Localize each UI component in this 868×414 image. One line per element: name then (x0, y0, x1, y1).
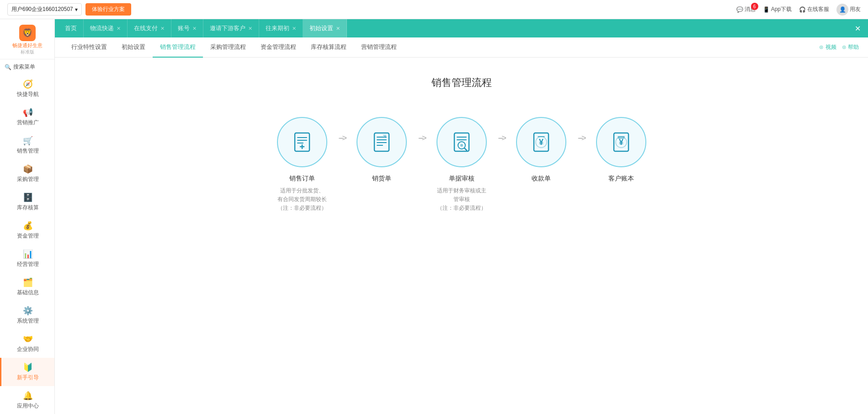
sidebar-item-system[interactable]: ⚙️ 系统管理 (0, 301, 54, 329)
sub-tab-初始设置[interactable]: 初始设置 (114, 37, 153, 58)
sidebar-item-basic[interactable]: 🗂️ 基础信息 (0, 273, 54, 301)
sidebar-item-operation[interactable]: 📊 经营管理 (0, 244, 54, 273)
sidebar-label-sales: 销售管理 (17, 147, 39, 155)
close-tab-icon[interactable]: ✕ (192, 26, 197, 32)
sidebar-logo: 🦁 畅捷通好生意 标准版 (0, 19, 54, 59)
nav-tab-label: 账号 (178, 24, 190, 32)
sidebar-label-apps: 应用中心 (17, 402, 39, 410)
user-avatar-area[interactable]: 👤 用友 (836, 4, 861, 16)
close-tab-icon[interactable]: ✕ (117, 26, 121, 32)
sub-tab-action-⊙ 帮助[interactable]: ⊙ 帮助 (842, 43, 859, 51)
search-icon: 🔍 (5, 64, 11, 70)
flow-item-receipt[interactable]: ¥ 收款单 (505, 117, 578, 186)
sidebar-icon-quick: 🧭 (23, 79, 33, 89)
sub-tab-营销管理流程[interactable]: 营销管理流程 (354, 37, 404, 58)
service-label: 在线客服 (807, 5, 829, 13)
sidebar: 🦁 畅捷通好生意 标准版 🔍 搜索菜单 🧭 快捷导航 📢 营销推广 🛒 销售管理… (0, 19, 55, 414)
nav-tabs: 首页物流快递✕在线支付✕账号✕邀请下游客户✕往来期初✕初始设置✕✕ (55, 19, 868, 37)
flow-circle-customer-account[interactable]: ¥ (596, 117, 646, 167)
flow-circle-sales-order[interactable] (277, 117, 327, 167)
flow-label-sales-order: 销售订单 (289, 175, 315, 183)
app-label: App下载 (771, 5, 792, 13)
nav-tab-首页[interactable]: 首页 (59, 19, 84, 37)
service-btn[interactable]: 🎧 在线客服 (799, 5, 829, 13)
sidebar-icon-apps: 🔔 (23, 391, 33, 401)
sidebar-label-purchase: 采购管理 (17, 175, 39, 183)
sidebar-item-finance[interactable]: 💰 资金管理 (0, 216, 54, 244)
message-icon: 💬 (736, 6, 743, 13)
sub-tab-行业特性设置[interactable]: 行业特性设置 (64, 37, 114, 58)
flow-circle-sales-bill[interactable] (357, 117, 407, 167)
sidebar-icon-operation: 📊 (23, 249, 33, 259)
page-title: 销售管理流程 (64, 76, 859, 90)
sub-tab-采购管理流程[interactable]: 采购管理流程 (203, 37, 253, 58)
sidebar-item-cooperation[interactable]: 🤝 企业协同 (0, 329, 54, 358)
svg-point-15 (460, 144, 463, 147)
sidebar-item-inventory[interactable]: 🗄️ 库存核算 (0, 188, 54, 216)
flow-circle-receipt[interactable]: ¥ (516, 117, 566, 167)
headset-icon: 🎧 (799, 6, 806, 13)
flow-item-customer-account[interactable]: ¥ 客户账本 (585, 117, 658, 186)
sidebar-icon-finance: 💰 (23, 221, 33, 231)
nav-tab-邀请下游客户[interactable]: 邀请下游客户✕ (203, 19, 259, 37)
sidebar-label-basic: 基础信息 (17, 289, 39, 297)
logo-image: 🦁 (19, 25, 36, 41)
nav-tab-label: 物流快递 (90, 24, 114, 32)
sidebar-icon-marketing: 📢 (23, 107, 33, 117)
app-download-btn[interactable]: 📱 App下载 (763, 5, 792, 13)
nav-tab-在线支付[interactable]: 在线支付✕ (128, 19, 171, 37)
user-label: 用户690企业1660120507 (11, 5, 73, 13)
sidebar-item-sales[interactable]: 🛒 销售管理 (0, 131, 54, 159)
nav-tab-初始设置[interactable]: 初始设置✕ (303, 19, 347, 37)
sidebar-items: 🧭 快捷导航 📢 营销推广 🛒 销售管理 📦 采购管理 🗄️ 库存核算 💰 资金… (0, 74, 54, 414)
svg-text:¥: ¥ (539, 138, 543, 147)
search-menu[interactable]: 🔍 搜索菜单 (0, 59, 54, 74)
sub-tab-销售管理流程[interactable]: 销售管理流程 (153, 37, 203, 58)
content-area: 首页物流快递✕在线支付✕账号✕邀请下游客户✕往来期初✕初始设置✕✕ 行业特性设置… (55, 19, 868, 414)
nav-tab-label: 首页 (65, 24, 77, 32)
nav-tab-label: 往来期初 (266, 24, 289, 32)
sidebar-item-purchase[interactable]: 📦 采购管理 (0, 159, 54, 188)
svg-text:¥: ¥ (618, 138, 623, 147)
sidebar-item-quick[interactable]: 🧭 快捷导航 (0, 74, 54, 103)
sidebar-item-apps[interactable]: 🔔 应用中心 (0, 386, 54, 414)
nav-tab-label: 初始设置 (309, 24, 333, 32)
sidebar-label-finance: 资金管理 (17, 232, 39, 240)
message-btn[interactable]: 💬 消息 6 (736, 5, 756, 13)
dropdown-icon: ▾ (75, 6, 78, 13)
header-left: 用户690企业1660120507 ▾ 体验行业方案 (7, 3, 131, 16)
sidebar-icon-guide: 🔰 (23, 362, 33, 372)
sidebar-item-guide[interactable]: 🔰 新手引导 (0, 358, 54, 386)
close-tab-icon[interactable]: ✕ (336, 26, 340, 32)
sidebar-icon-purchase: 📦 (23, 164, 33, 174)
nav-tab-物流快递[interactable]: 物流快递✕ (84, 19, 128, 37)
flow-desc-sales-order: 适用于分批发货、有合同发货周期较长（注：非必要流程） (277, 186, 327, 213)
username: 用友 (850, 5, 861, 13)
flow-arrow-3: - - -> (498, 117, 505, 143)
close-all-tabs[interactable]: ✕ (851, 24, 864, 33)
close-tab-icon[interactable]: ✕ (292, 26, 296, 32)
trial-button[interactable]: 体验行业方案 (85, 3, 131, 16)
sub-tab-actions: ⊙ 视频⊙ 帮助 (819, 43, 859, 51)
flow-item-bill-review[interactable]: 单据审核 适用于财务审核或主管审核（注：非必要流程） (425, 117, 498, 213)
flow-circle-bill-review[interactable] (437, 117, 487, 167)
sub-tab-action-⊙ 视频[interactable]: ⊙ 视频 (819, 43, 836, 51)
top-header: 用户690企业1660120507 ▾ 体验行业方案 💬 消息 6 📱 App下… (0, 0, 868, 19)
close-tab-icon[interactable]: ✕ (160, 26, 165, 32)
sidebar-icon-system: ⚙️ (23, 306, 33, 316)
sidebar-icon-cooperation: 🤝 (23, 334, 33, 344)
flow-item-sales-bill[interactable]: 销货单 (345, 117, 418, 186)
nav-tab-往来期初[interactable]: 往来期初✕ (259, 19, 303, 37)
sub-tab-库存核算流程[interactable]: 库存核算流程 (304, 37, 354, 58)
sidebar-label-inventory: 库存核算 (17, 204, 39, 212)
sidebar-icon-basic: 🗂️ (23, 277, 33, 287)
sidebar-item-marketing[interactable]: 📢 营销推广 (0, 103, 54, 131)
user-selector[interactable]: 用户690企业1660120507 ▾ (7, 3, 82, 16)
sub-tab-资金管理流程[interactable]: 资金管理流程 (253, 37, 304, 58)
nav-tab-label: 在线支付 (134, 24, 158, 32)
close-tab-icon[interactable]: ✕ (248, 26, 252, 32)
logo-title: 畅捷通好生意 (12, 42, 43, 49)
svg-line-16 (464, 148, 467, 150)
flow-item-sales-order[interactable]: 销售订单 适用于分批发货、有合同发货周期较长（注：非必要流程） (266, 117, 339, 213)
nav-tab-账号[interactable]: 账号✕ (171, 19, 203, 37)
